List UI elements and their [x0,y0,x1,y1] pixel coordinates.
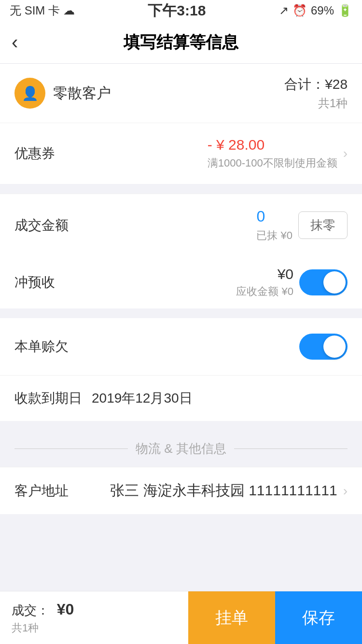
content-area: 👤 零散客户 合计：¥28 共1种 优惠券 - ¥ 28.00 满1000-10… [0,64,362,611]
customer-name: 零散客户 [53,84,111,103]
address-label: 客户地址 [14,482,69,500]
customer-total-area: 合计：¥28 共1种 [284,75,348,111]
deal-value-area: 0 已抹 ¥0 [256,208,292,243]
logistics-label: 物流 & 其他信息 [136,440,226,457]
credit-label: 本单赊欠 [14,337,69,356]
customer-count: 共1种 [284,96,348,111]
round-zero-button[interactable]: 抹零 [298,211,348,239]
prepay-amounts: ¥0 应收金额 ¥0 [236,266,293,299]
coupon-row[interactable]: 优惠券 - ¥ 28.00 满1000-100不限制使用金额 › [0,123,362,184]
bottom-deal-amount: ¥0 [57,601,74,618]
coupon-value-area: - ¥ 28.00 满1000-100不限制使用金额 [208,137,337,170]
coupon-label: 优惠券 [14,144,55,163]
due-date-label: 收款到期日 [14,389,82,407]
prepay-row: 冲预收 ¥0 应收金额 ¥0 [0,256,362,308]
deal-section: 成交金额 0 已抹 ¥0 抹零 冲预收 ¥0 应收金额 ¥0 [0,194,362,308]
address-value: 张三 海淀永丰科技园 11111111111 [110,481,337,501]
deal-amount-label: 成交金额 [14,216,69,235]
prepay-label: 冲预收 [14,273,55,292]
bottom-deal-label: 成交： [12,603,49,617]
avatar: 👤 [14,78,45,109]
credit-toggle-knob [323,336,346,358]
status-bar: 无 SIM 卡 ☁ 下午3:18 ↗ ⏰ 69% 🔋 [0,0,362,21]
credit-toggle[interactable] [299,334,348,360]
back-button[interactable]: ‹ [12,31,18,53]
credit-row: 本单赊欠 [0,318,362,375]
logistics-divider: 物流 & 其他信息 [14,440,348,457]
logistics-section-header: 物流 & 其他信息 [0,431,362,467]
due-date-row: 收款到期日 2019年12月30日 [0,375,362,421]
address-row[interactable]: 客户地址 张三 海淀永丰科技园 11111111111 › [0,467,362,514]
customer-total: 合计：¥28 [284,75,348,94]
bottom-count: 共1种 [12,621,177,635]
prepay-toggle[interactable] [299,269,348,295]
bottom-info: 成交： ¥0 共1种 [0,601,188,635]
address-section: 客户地址 张三 海淀永丰科技园 11111111111 › [0,467,362,514]
address-chevron-icon: › [343,483,348,499]
toggle-knob [323,271,346,294]
coupon-hint: 满1000-100不限制使用金额 [208,156,337,170]
status-right: ↗ ⏰ 69% 🔋 [279,4,352,17]
deal-amount-right: 0 已抹 ¥0 抹零 [256,208,348,243]
coupon-right: - ¥ 28.00 满1000-100不限制使用金额 › [208,137,348,170]
avatar-icon: 👤 [22,85,39,101]
sim-status: 无 SIM 卡 ☁ [10,3,75,18]
battery-icon: 🔋 [338,4,352,17]
prepay-amount: ¥0 [236,266,293,282]
location-icon: ↗ [279,4,289,17]
battery-text: 69% [311,4,334,17]
chevron-right-icon: › [343,146,348,161]
credit-section: 本单赊欠 收款到期日 2019年12月30日 [0,318,362,421]
due-date-value: 2019年12月30日 [92,389,193,407]
page-title: 填写结算等信息 [124,31,238,54]
customer-row: 👤 零散客户 合计：¥28 共1种 [0,64,362,123]
address-right: 张三 海淀永丰科技园 11111111111 › [110,481,348,501]
deal-amount-row: 成交金额 0 已抹 ¥0 抹零 [0,194,362,256]
status-left: 无 SIM 卡 ☁ [10,3,75,18]
deal-zeroed: 已抹 ¥0 [256,228,292,243]
bottom-bar: 成交： ¥0 共1种 挂单 保存 [0,591,362,644]
hang-button[interactable]: 挂单 [188,591,275,644]
coupon-discount: - ¥ 28.00 [208,137,337,153]
save-button[interactable]: 保存 [275,591,362,644]
status-time: 下午3:18 [148,1,206,21]
prepay-right: ¥0 应收金额 ¥0 [236,266,348,299]
customer-section: 👤 零散客户 合计：¥28 共1种 优惠券 - ¥ 28.00 满1000-10… [0,64,362,184]
nav-bar: ‹ 填写结算等信息 [0,21,362,64]
customer-info: 👤 零散客户 [14,78,111,109]
deal-amount-value: 0 [256,208,292,225]
bottom-spacer [0,524,362,553]
prepay-receivable: 应收金额 ¥0 [236,284,293,299]
alarm-icon: ⏰ [292,4,307,17]
bottom-deal-line: 成交： ¥0 [12,601,177,619]
